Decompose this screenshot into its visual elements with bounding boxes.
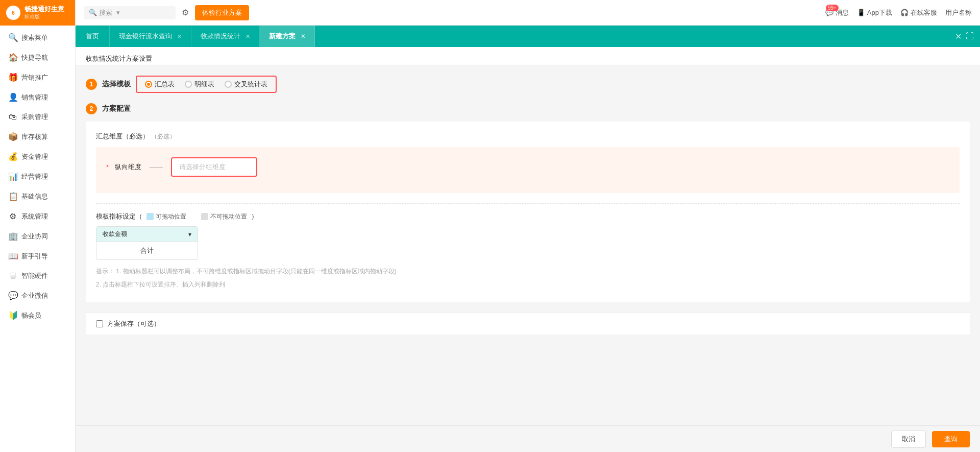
tab-new-plan-close[interactable]: ✕: [301, 33, 305, 40]
app-download-link[interactable]: 📱 App下载: [857, 8, 892, 17]
legend-drag: 可拖动位置: [146, 212, 186, 221]
metrics-dropdown-icon[interactable]: ▾: [188, 231, 191, 238]
tab-collection-stat-close[interactable]: ✕: [246, 33, 250, 40]
sidebar-item-sales[interactable]: 👤销售管理: [0, 87, 75, 107]
query-button[interactable]: 查询: [932, 431, 970, 447]
metrics-section: 模板指标设定（ 可拖动位置 不可拖动位置 ）: [96, 212, 960, 290]
radio-detail[interactable]: 明细表: [185, 80, 214, 89]
hint-line-1: 提示： 1. 拖动标题栏可以调整布局，不可跨维度或指标区域拖动目字段(只能在同一…: [96, 266, 960, 277]
step2-header: 2 方案配置: [86, 103, 970, 114]
radio-cross-input[interactable]: [225, 81, 232, 88]
guide-icon: 📖: [8, 251, 17, 261]
metrics-table-row: 合计: [96, 242, 198, 259]
dim-select-dropdown[interactable]: 请选择分组维度: [171, 157, 257, 177]
step2-num: 2: [86, 103, 97, 114]
sidebar-item-member[interactable]: 🔰畅会员: [0, 305, 75, 325]
tab-bank-flow-label: 现金银行流水查询: [119, 32, 172, 41]
legend-nodrag: 不可拖动位置: [201, 212, 247, 221]
close-window-icon[interactable]: ✕: [955, 32, 962, 41]
tab-home-label: 首页: [86, 32, 99, 41]
main-area: 🔍 搜索 ▾ ⚙ 体验行业方案 💬 99+ 消息 📱 App下载 🎧 在线客服: [76, 0, 980, 452]
sidebar-item-label: 经营管理: [21, 172, 48, 181]
save-label: 方案保存（可选）: [107, 319, 160, 328]
message-link[interactable]: 💬 99+ 消息: [825, 8, 849, 17]
sidebar-item-inventory[interactable]: 📦库存核算: [0, 127, 75, 147]
radio-summary-input[interactable]: [145, 81, 152, 88]
trial-button[interactable]: 体验行业方案: [195, 5, 249, 20]
divider-1: [96, 203, 960, 204]
metrics-setting-label: 模板指标设定（ 可拖动位置 不可拖动位置 ）: [96, 212, 960, 221]
topbar-search[interactable]: 🔍 搜索 ▾: [84, 6, 176, 19]
hint-line-2: 2. 点击标题栏下拉可设置排序、插入列和删除列: [96, 279, 960, 291]
metrics-col-header: 收款金额: [103, 230, 127, 239]
sidebar-item-label: 快捷导航: [21, 53, 48, 62]
hardware-icon: 🖥: [8, 271, 17, 280]
tabbar: 首页 现金银行流水查询 ✕ 收款情况统计 ✕ 新建方案 ✕ ✕ ⛶: [76, 26, 980, 47]
sidebar-item-label: 企业协同: [21, 232, 48, 241]
tab-bank-flow-close[interactable]: ✕: [177, 33, 182, 40]
sidebar-item-basic-info[interactable]: 📋基础信息: [0, 186, 75, 206]
enterprise-icon: 🏢: [8, 231, 17, 241]
gear-icon[interactable]: ⚙: [182, 8, 189, 17]
sidebar-item-quick-nav[interactable]: 🏠快捷导航: [0, 47, 75, 67]
chevron-down-icon: ▾: [116, 9, 120, 16]
purchase-icon: 🛍: [8, 112, 17, 122]
tab-home[interactable]: 首页: [76, 26, 110, 47]
draggable-legend-icon: [146, 213, 154, 220]
sales-icon: 👤: [8, 92, 17, 102]
sidebar: 6 畅捷通好生意 标准版 🔍搜索菜单🏠快捷导航🎁营销推广👤销售管理🛍采购管理📦库…: [0, 0, 76, 452]
search-icon: 🔍: [8, 33, 17, 42]
step1-section: 1 选择模板 汇总表 明细表 交叉统计表: [86, 76, 970, 93]
radio-summary[interactable]: 汇总表: [145, 80, 175, 89]
message-badge: 99+: [826, 5, 839, 11]
member-icon: 🔰: [8, 311, 17, 320]
metrics-table: 收款金额 ▾ 合计: [96, 226, 198, 260]
expand-icon[interactable]: ⛶: [966, 32, 974, 41]
sidebar-item-hardware[interactable]: 🖥智能硬件: [0, 266, 75, 286]
cancel-button[interactable]: 取消: [891, 431, 926, 448]
radio-detail-label: 明细表: [194, 80, 214, 89]
radio-detail-input[interactable]: [185, 81, 192, 88]
step1-num: 1: [86, 79, 97, 90]
sidebar-item-operation[interactable]: 📊经营管理: [0, 166, 75, 186]
metrics-table-header[interactable]: 收款金额 ▾: [96, 227, 198, 242]
save-checkbox[interactable]: [96, 320, 103, 327]
user-name[interactable]: 用户名称: [945, 8, 972, 17]
service-label: 在线客服: [911, 8, 937, 17]
sidebar-item-purchase[interactable]: 🛍采购管理: [0, 107, 75, 127]
sidebar-item-guide[interactable]: 📖新手引导: [0, 246, 75, 266]
sidebar-item-label: 库存核算: [21, 132, 48, 141]
basic-info-icon: 📋: [8, 192, 17, 201]
sidebar-item-system[interactable]: ⚙系统管理: [0, 206, 75, 226]
sidebar-item-finance[interactable]: 💰资金管理: [0, 147, 75, 166]
template-options-box: 汇总表 明细表 交叉统计表: [136, 76, 277, 93]
tab-bank-flow[interactable]: 现金银行流水查询 ✕: [110, 26, 191, 47]
page-body: 1 选择模板 汇总表 明细表 交叉统计表: [76, 65, 980, 425]
download-icon: 📱: [857, 9, 865, 16]
arrow-icon: ——: [150, 163, 163, 171]
step2-title: 方案配置: [102, 104, 131, 113]
dim-area: * 纵向维度 —— 请选择分组维度: [96, 147, 960, 193]
logo-text: 畅捷通好生意: [24, 5, 64, 13]
sidebar-item-label: 新手引导: [21, 252, 48, 261]
tab-collection-stat-label: 收款情况统计: [201, 32, 240, 41]
search-icon: 🔍: [89, 9, 97, 16]
step2-section: 2 方案配置 汇总维度（必选） * 纵向维度 —— 请选: [86, 103, 970, 302]
sidebar-item-label: 智能硬件: [21, 271, 48, 280]
radio-summary-label: 汇总表: [155, 80, 175, 89]
sidebar-item-enterprise[interactable]: 🏢企业协同: [0, 226, 75, 246]
required-mark: *: [106, 163, 109, 171]
sidebar-item-search[interactable]: 🔍搜索菜单: [0, 28, 75, 47]
tab-collection-stat[interactable]: 收款情况统计 ✕: [191, 26, 260, 47]
inventory-icon: 📦: [8, 132, 17, 141]
breadcrumb: 收款情况统计方案设置: [76, 47, 980, 65]
tab-new-plan[interactable]: 新建方案 ✕: [260, 26, 315, 47]
service-link[interactable]: 🎧 在线客服: [900, 8, 937, 17]
breadcrumb-text: 收款情况统计方案设置: [86, 54, 152, 63]
sidebar-item-wechat[interactable]: 💬企业微信: [0, 286, 75, 305]
headset-icon: 🎧: [900, 9, 909, 16]
quick-nav-icon: 🏠: [8, 53, 17, 62]
step1-title: 选择模板: [102, 80, 131, 89]
radio-cross[interactable]: 交叉统计表: [225, 80, 267, 89]
sidebar-item-marketing[interactable]: 🎁营销推广: [0, 67, 75, 87]
